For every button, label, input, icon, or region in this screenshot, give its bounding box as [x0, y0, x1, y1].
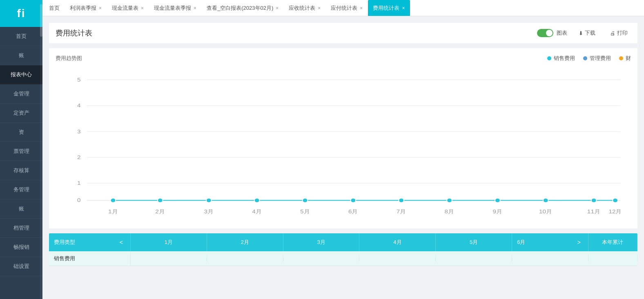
svg-point-18 — [399, 198, 404, 203]
tab-close-profit-quarterly[interactable]: × — [99, 6, 102, 11]
sidebar: fi 首页 账 报表中心 金管理 定资产 资 票管理 存核算 务管理 账 档管理… — [0, 0, 42, 299]
sidebar-item-file[interactable]: 档管理 — [0, 219, 42, 238]
chart-svg-wrapper: 5 4 3 2 1 0 — [56, 67, 631, 222]
page-header: 费用统计表 图表 ⬇ 下载 🖨 打印 — [49, 23, 637, 43]
print-button[interactable]: 🖨 打印 — [607, 28, 631, 38]
legend-finance-label: 财 — [626, 55, 631, 62]
svg-text:4月: 4月 — [252, 208, 262, 214]
tab-close-expense[interactable]: × — [402, 6, 405, 11]
td-val-1 — [131, 255, 207, 262]
tab-payable[interactable]: 应付统计表 × — [326, 0, 368, 16]
chart-container: 费用趋势图 销售费用 管理费用 财 — [49, 48, 637, 228]
svg-text:1月: 1月 — [108, 208, 118, 214]
chart-legend: 销售费用 管理费用 财 — [547, 55, 631, 62]
page-title: 费用统计表 — [56, 28, 92, 38]
svg-text:7月: 7月 — [397, 208, 406, 214]
download-button[interactable]: ⬇ 下载 — [575, 28, 599, 38]
download-icon: ⬇ — [579, 30, 583, 36]
app-logo: fi — [0, 0, 42, 27]
tab-close-receivable[interactable]: × — [318, 6, 321, 11]
svg-point-16 — [303, 198, 308, 203]
main-area: 首页 利润表季报 × 现金流量表 × 现金流量表季报 × 查看_空白报表(202… — [42, 0, 644, 299]
svg-point-20 — [495, 198, 500, 203]
td-val-3 — [283, 255, 360, 262]
tab-close-payable[interactable]: × — [360, 6, 363, 11]
tab-profit-quarterly[interactable]: 利润表季报 × — [65, 0, 107, 16]
svg-point-12 — [110, 198, 116, 203]
legend-management-label: 管理费用 — [590, 55, 611, 62]
table-header: 费用类型 < 1月 2月 3月 4月 5月 — [49, 233, 637, 251]
table-row: 销售费用 — [49, 251, 637, 266]
table-nav-next[interactable]: > — [575, 239, 583, 246]
svg-text:2: 2 — [77, 154, 81, 160]
sidebar-item-payroll[interactable]: 资 — [0, 123, 42, 142]
chart-svg: 5 4 3 2 1 0 — [56, 67, 631, 222]
chart-toggle-switch[interactable] — [537, 29, 553, 37]
th-month-2: 2月 — [207, 233, 283, 251]
sidebar-scrollbar-thumb[interactable] — [40, 4, 42, 37]
svg-text:0: 0 — [77, 197, 81, 203]
th-month-4: 4月 — [359, 233, 436, 251]
svg-point-21 — [543, 198, 548, 203]
sidebar-item-fixed-assets[interactable]: 定资产 — [0, 104, 42, 123]
svg-point-15 — [254, 198, 260, 203]
svg-point-14 — [206, 198, 212, 203]
th-month-6: 6月 > — [512, 233, 588, 251]
svg-point-17 — [350, 198, 356, 203]
sidebar-item-service[interactable]: 务管理 — [0, 180, 42, 199]
tab-close-cashflow-quarterly[interactable]: × — [194, 6, 196, 11]
tab-cashflow-quarterly[interactable]: 现金流量表季报 × — [149, 0, 202, 16]
sidebar-item-fund-management[interactable]: 金管理 — [0, 84, 42, 104]
tab-receivable[interactable]: 应收统计表 × — [284, 0, 326, 16]
svg-text:10月: 10月 — [539, 208, 552, 214]
sidebar-item-inventory[interactable]: 存核算 — [0, 161, 42, 180]
print-icon: 🖨 — [610, 30, 615, 36]
sidebar-item-ledger[interactable]: 账 — [0, 199, 42, 219]
th-month-3: 3月 — [283, 233, 360, 251]
th-total: 本年累计 — [588, 233, 637, 251]
content-area: 费用统计表 图表 ⬇ 下载 🖨 打印 费用趋势图 — [42, 16, 644, 299]
legend-finance-dot — [619, 56, 623, 60]
tab-bar: 首页 利润表季报 × 现金流量表 × 现金流量表季报 × 查看_空白报表(202… — [42, 0, 644, 16]
sidebar-item-home[interactable]: 首页 — [0, 27, 42, 46]
sidebar-item-account[interactable]: 账 — [0, 46, 42, 65]
legend-finance: 财 — [619, 55, 631, 62]
svg-text:1: 1 — [77, 180, 81, 186]
svg-text:2月: 2月 — [155, 208, 165, 214]
tab-home[interactable]: 首页 — [44, 0, 65, 16]
sidebar-scrollbar[interactable] — [40, 0, 42, 299]
td-val-6 — [512, 255, 588, 262]
legend-sales-dot — [547, 56, 551, 60]
chart-header: 费用趋势图 销售费用 管理费用 财 — [56, 55, 631, 62]
table-nav-prev[interactable]: < — [117, 239, 125, 246]
svg-text:6月: 6月 — [348, 208, 358, 214]
sidebar-item-settings[interactable]: 础设置 — [0, 257, 42, 276]
svg-point-22 — [591, 198, 597, 203]
th-month-5: 5月 — [436, 233, 512, 251]
header-actions: 图表 ⬇ 下载 🖨 打印 — [537, 28, 631, 38]
th-type: 费用类型 < — [49, 233, 131, 251]
tab-blank-report[interactable]: 查看_空白报表(2023年02月) × — [202, 0, 284, 16]
svg-text:5月: 5月 — [300, 208, 310, 214]
tab-close-cashflow[interactable]: × — [141, 6, 144, 11]
legend-sales: 销售费用 — [547, 55, 575, 62]
tab-close-blank-report[interactable]: × — [276, 6, 279, 11]
svg-point-19 — [447, 198, 452, 203]
th-month-1: 1月 — [131, 233, 207, 251]
tab-cashflow[interactable]: 现金流量表 × — [107, 0, 149, 16]
svg-text:5: 5 — [77, 77, 81, 82]
svg-point-13 — [158, 198, 163, 203]
svg-text:3月: 3月 — [204, 208, 214, 214]
sidebar-item-expense-reimburse[interactable]: 畅报销 — [0, 238, 42, 257]
chart-toggle-label: 图表 — [557, 29, 567, 37]
chart-title: 费用趋势图 — [56, 55, 82, 62]
svg-text:9月: 9月 — [492, 208, 502, 214]
sidebar-item-report-center[interactable]: 报表中心 — [0, 65, 42, 84]
td-val-5 — [436, 255, 512, 262]
td-type: 销售费用 — [49, 252, 131, 266]
td-total — [588, 255, 637, 262]
tab-expense[interactable]: 费用统计表 × — [368, 0, 410, 16]
sidebar-item-invoice[interactable]: 票管理 — [0, 142, 42, 161]
legend-management: 管理费用 — [583, 55, 611, 62]
svg-point-23 — [613, 198, 618, 203]
